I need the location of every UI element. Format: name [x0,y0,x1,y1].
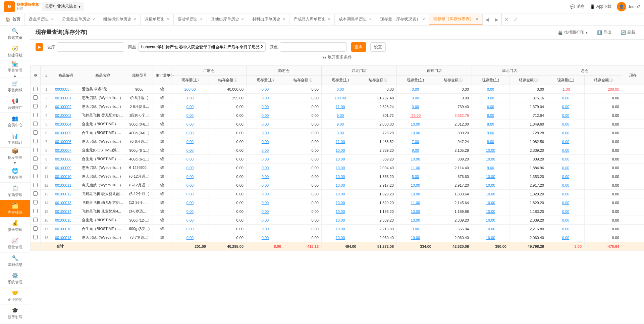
tab-close-icon[interactable]: ✕ [369,17,372,21]
td-total-stock[interactable]: 0.00 [547,216,585,225]
sidebar-item-ecommerce[interactable]: 🌐 电商管理 [0,165,30,183]
td-yubei-stock[interactable]: 10.00 [472,146,509,155]
td-nanan-stock[interactable]: 10.00 [397,190,434,198]
sidebar-item-retail-stat[interactable]: 📊 零售统计 [0,130,30,148]
td-nanan-stock[interactable]: 10.00 [397,181,434,190]
td-nanan-stock[interactable]: 0.00 [397,94,434,102]
td-total-stock[interactable]: 0.00 [547,146,585,155]
td-mucun-stock[interactable]: 0.00 [247,181,284,190]
td-code[interactable]: 00100002 [52,102,79,111]
td-checkbox[interactable] [31,207,41,216]
color-input[interactable] [280,42,347,52]
td-checkbox[interactable] [31,198,41,207]
sidebar-item-nav[interactable]: 🧭 快捷导航 [0,43,30,60]
td-factory-stock[interactable]: 0.00 [171,164,209,172]
td-mucun-stock[interactable]: 0.00 [247,164,284,172]
td-nanan-stock[interactable]: 10.00 [397,233,434,242]
td-factory-stock[interactable]: 0.00 [171,146,209,155]
td-mucun-stock[interactable]: 0.00 [247,129,284,137]
td-yubei-stock[interactable]: 10.00 [472,172,509,181]
td-total-stock[interactable]: 0.00 [547,225,585,233]
tab-close-icon[interactable]: ✕ [51,17,54,21]
td-jiangbei-stock[interactable]: 10.00 [322,181,359,190]
td-jiangbei-stock[interactable]: 9.00 [322,129,359,137]
td-factory-stock[interactable]: 0.00 [171,111,209,120]
td-mucun-stock[interactable]: 0.00 [247,233,284,242]
td-nanan-stock[interactable]: 9.00 [397,146,434,155]
filter-toggle-btn[interactable]: ▶ [36,43,43,51]
sidebar-item-search[interactable]: 🔍 搜索英单 [0,26,30,43]
td-nanan-stock[interactable]: 10.00 [397,207,434,216]
td-nanan-stock[interactable]: -39.00 [397,111,434,120]
td-checkbox[interactable] [31,172,41,181]
td-mucun-stock[interactable]: 0.00 [247,120,284,129]
tab-close-icon[interactable]: ✕ [328,17,330,21]
td-jiangbei-stock[interactable]: 10.00 [322,172,359,181]
td-checkbox[interactable] [31,181,41,190]
sidebar-item-basic[interactable]: 🔧 基础信息 [0,252,30,270]
td-jiangbei-stock[interactable]: 11.00 [322,102,359,111]
user-profile[interactable]: 👤 demo2 [617,2,640,11]
td-yubei-stock[interactable]: 10.00 [472,216,509,225]
td-checkbox[interactable] [31,85,41,94]
td-jiangbei-stock[interactable]: 10.00 [322,198,359,207]
td-jiangbei-stock[interactable]: 10.00 [322,146,359,155]
sidebar-item-retail-shop[interactable]: 🛒 零售商城 [0,78,30,95]
tab-inventory-sub[interactable]: 分量盘点单历史 ✕ [58,14,99,25]
td-factory-stock[interactable]: 0.00 [171,172,209,181]
td-total-stock[interactable]: 0.00 [547,120,585,129]
td-code[interactable]: 00100005 [52,129,79,137]
sidebar-item-enterprise[interactable]: 🤝 企业协同 [0,287,30,305]
tab-close-icon[interactable]: ✕ [422,17,425,21]
tab-other-out[interactable]: 其他出库单历史 ✕ [207,14,248,25]
td-mucun-stock[interactable]: 0.00 [247,198,284,207]
export-btn[interactable]: ⬇️ 导出 [594,28,615,37]
td-factory-stock[interactable]: 0.00 [171,129,209,137]
td-yubei-stock[interactable]: 10.00 [472,198,509,207]
tab-close-icon[interactable]: ✕ [200,17,203,21]
td-total-stock[interactable]: 0.00 [547,198,585,207]
sidebar-item-inventory[interactable]: 🗂️ 库存核算 [0,200,30,218]
sidebar-item-operations[interactable]: 📈 经营管理 [0,235,30,252]
td-code[interactable]: 00100016 [52,225,79,233]
tab-requisition[interactable]: 要货单历史 ✕ [174,14,207,25]
td-checkbox[interactable] [31,233,41,242]
td-checkbox[interactable] [31,120,41,129]
td-checkbox[interactable] [31,146,41,155]
sidebar-item-wholesale[interactable]: 📦 批发管理 ▼ [0,148,30,165]
td-total-stock[interactable]: 0.00 [547,94,585,102]
td-checkbox[interactable] [31,137,41,146]
td-jiangbei-stock[interactable]: 109.00 [322,94,359,102]
tab-cost-adjust[interactable]: 成本调整单历史 ✕ [335,14,376,25]
td-factory-stock[interactable]: 0.00 [171,225,209,233]
td-yubei-stock[interactable]: 6.00 [472,102,509,111]
sidebar-item-appstore[interactable]: 📱 应用中心 [0,322,30,324]
td-code[interactable]: 00100003 [52,111,79,120]
td-factory-stock[interactable]: 200.00 [171,85,209,94]
td-factory-stock[interactable]: 0.00 [171,102,209,111]
td-checkbox[interactable] [31,111,41,120]
td-total-stock[interactable]: -1.00 [547,85,585,94]
td-mucun-stock[interactable]: 0.00 [247,216,284,225]
td-checkbox[interactable] [31,190,41,198]
td-code[interactable]: 00100004 [52,120,79,129]
tab-prev-btn[interactable]: ◀ [483,13,492,26]
tab-close-icon[interactable]: ✕ [167,17,169,21]
td-factory-stock[interactable]: 0.00 [171,181,209,190]
tab-next-btn[interactable]: ▶ [492,13,501,26]
td-code[interactable]: 00100001 [52,94,79,102]
td-checkbox[interactable] [31,225,41,233]
td-yubei-stock[interactable]: 8.00 [472,111,509,120]
td-code[interactable]: 00100018 [52,233,79,242]
tab-maximize-btn[interactable]: ⤢ [511,13,520,26]
td-checkbox[interactable] [31,102,41,111]
td-code[interactable]: 00100008 [52,155,79,164]
tab-assembly[interactable]: 组装拆卸单历史 ✕ [99,14,141,25]
tab-close-icon[interactable]: ✕ [476,17,478,21]
td-mucun-stock[interactable]: 0.00 [247,111,284,120]
td-total-stock[interactable]: 0.00 [547,190,585,198]
td-yubei-stock[interactable]: 10.00 [472,233,509,242]
td-jiangbei-stock[interactable]: 10.00 [322,155,359,164]
tab-transfer[interactable]: 调拨单历史 ✕ [141,14,174,25]
tab-stock-dist[interactable]: 现存量（库存分布表） ✕ [429,14,483,25]
